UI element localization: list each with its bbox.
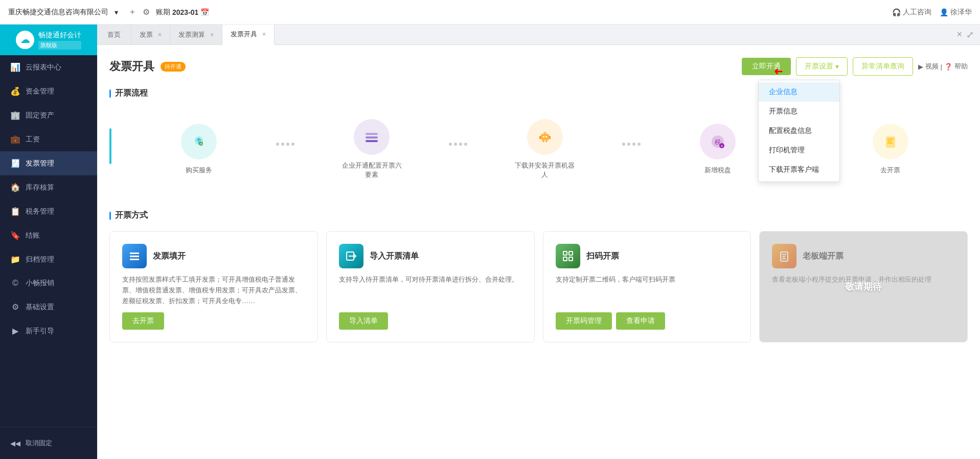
svg-rect-5	[366, 140, 378, 142]
inventory-icon: 🏠	[10, 182, 20, 192]
sidebar-bottom: ◀◀ 取消固定	[0, 427, 97, 459]
svg-rect-8	[545, 136, 547, 137]
dropdown-chevron-icon: ▾	[835, 62, 839, 71]
company-name[interactable]: 重庆畅捷交通信息咨询有限公司	[8, 8, 108, 17]
tab-invoice-tool[interactable]: 发票开具 ×	[222, 25, 275, 45]
tab-home[interactable]: 首页	[97, 25, 131, 44]
guide-icon: ▶	[10, 326, 20, 336]
workflow-left-bar	[109, 128, 111, 164]
status-badge: 待开通	[161, 62, 186, 72]
method-scan-header: 扫码开票	[556, 244, 739, 268]
logo-icon: ☁	[16, 31, 34, 49]
report-sales-icon: ©	[10, 279, 20, 288]
method-card-manual: 发票填开 支持按照发票样式手工填开发票；可开具增值税电子普通发票、增值税普通发票…	[109, 231, 318, 342]
svg-rect-19	[887, 139, 894, 140]
pin-icon: ◀◀	[10, 440, 20, 447]
sidebar-item-report-sales[interactable]: © 小畅报销	[0, 271, 97, 295]
calendar-icon[interactable]: 📅	[200, 8, 209, 16]
svg-rect-7	[543, 136, 544, 137]
methods-section-title: 开票方式	[109, 210, 968, 221]
svg-rect-3	[366, 133, 378, 135]
sidebar-item-guide[interactable]: ▶ 新手引导	[0, 319, 97, 343]
settings-icon[interactable]: ⚙	[143, 7, 150, 17]
methods-grid: 发票填开 支持按照发票样式手工填开发票；可开具增值税电子普通发票、增值税普通发票…	[109, 231, 968, 342]
sidebar-item-fund[interactable]: 💰 资金管理	[0, 79, 97, 103]
user-button[interactable]: 👤 徐泽华	[940, 8, 972, 17]
dropdown-item-printer-mgmt[interactable]: 打印机管理	[759, 141, 839, 160]
tab-close-all-icon[interactable]: ×	[956, 29, 962, 40]
svg-rect-22	[130, 253, 139, 254]
dropdown-item-company-info[interactable]: 企业信息	[759, 82, 839, 102]
sidebar-item-cloud-report[interactable]: 📊 云报表中心	[0, 55, 97, 79]
company-dropdown-icon[interactable]: ▾	[115, 8, 118, 16]
workflow-dots-3	[622, 143, 641, 146]
import-icon	[339, 244, 363, 268]
dropdown-item-tax-disk-config[interactable]: 配置税盘信息	[759, 121, 839, 141]
activate-button[interactable]: 立即开通	[742, 58, 791, 75]
svg-rect-10	[549, 136, 551, 139]
fixed-assets-icon: 🏢	[10, 110, 20, 120]
period-label: 账期 2023-01 📅	[156, 8, 209, 17]
service-button[interactable]: 🎧 人工咨询	[892, 8, 931, 17]
svg-rect-27	[569, 251, 573, 255]
configure-icon	[354, 119, 390, 155]
sidebar-item-payroll[interactable]: 💼 工资	[0, 127, 97, 151]
tab-bar-actions: × ⤢	[950, 25, 980, 44]
basic-settings-icon: ⚙	[10, 302, 20, 312]
dropdown-item-invoice-info[interactable]: 开票信息	[759, 102, 839, 121]
tab-close-invoice-tool[interactable]: ×	[262, 31, 266, 38]
svg-rect-26	[563, 251, 567, 255]
page-header: 发票开具 待开通 立即开通 开票设置 ▾ 异常清单查询 ▶ 视频 | ❓ 帮助	[109, 57, 968, 76]
add-icon[interactable]: ＋	[128, 7, 136, 17]
sidebar-item-settlement[interactable]: 🔖 结账	[0, 223, 97, 247]
tab-close-invoice-calc[interactable]: ×	[210, 31, 214, 38]
tab-fullscreen-icon[interactable]: ⤢	[966, 29, 974, 40]
workflow-dots-1	[276, 143, 294, 146]
tab-invoice[interactable]: 发票 ×	[131, 25, 170, 44]
svg-text:+: +	[200, 142, 202, 146]
tab-bar: 首页 发票 × 发票测算 × 发票开具 × × ⤢	[97, 25, 980, 45]
workflow-step-buy-service: + 购买服务	[122, 124, 276, 175]
sidebar-item-fixed-assets[interactable]: 🏢 固定资产	[0, 103, 97, 127]
page-title: 发票开具	[109, 59, 154, 74]
page-content: 发票开具 待开通 立即开通 开票设置 ▾ 异常清单查询 ▶ 视频 | ❓ 帮助	[97, 45, 980, 459]
tab-close-invoice[interactable]: ×	[158, 31, 162, 38]
btn-import-list[interactable]: 导入清单	[339, 312, 388, 330]
sidebar-menu: 📊 云报表中心 💰 资金管理 🏢 固定资产 💼 工资 🧾 发票管理 🏠	[0, 55, 97, 427]
top-bar: 重庆畅捷交通信息咨询有限公司 ▾ ＋ ⚙ 账期 2023-01 📅 🎧 人工咨询…	[0, 0, 980, 25]
settings-dropdown-menu: ➜ 企业信息 开票信息 配置税盘信息 打印机管理	[758, 80, 840, 182]
sidebar-item-archive[interactable]: 📁 归档管理	[0, 247, 97, 271]
add-tax-disk-icon: 税 +	[700, 124, 736, 159]
sidebar-item-inventory[interactable]: 🏠 库存核算	[0, 175, 97, 199]
svg-rect-11	[542, 140, 544, 142]
sidebar-item-tax[interactable]: 📋 税务管理	[0, 199, 97, 223]
scan-buttons: 开票码管理 查看申请	[556, 312, 739, 330]
headset-icon: 🎧	[892, 8, 901, 16]
help-circle-icon: ❓	[944, 63, 952, 71]
svg-text:+: +	[720, 144, 723, 149]
methods-section: 开票方式 发票填开	[109, 210, 968, 342]
tab-invoice-calc[interactable]: 发票测算 ×	[170, 25, 222, 44]
logo-area: ☁ 畅捷通好会计 旗舰版	[0, 25, 97, 55]
sidebar-item-basic-settings[interactable]: ⚙ 基础设置	[0, 295, 97, 319]
settings-dropdown-button[interactable]: 开票设置 ▾	[796, 57, 848, 76]
btn-go-invoice-manual[interactable]: 去开票	[122, 312, 164, 330]
archive-icon: 📁	[10, 255, 20, 264]
sidebar-unpin-button[interactable]: ◀◀ 取消固定	[10, 433, 87, 453]
workflow-step-configure: 企业开通配置开票六要素	[294, 119, 449, 179]
scan-icon	[556, 244, 580, 268]
tax-icon: 📋	[10, 206, 20, 216]
video-help-button[interactable]: ▶ 视频 | ❓ 帮助	[918, 62, 968, 71]
fund-icon: 💰	[10, 86, 20, 96]
settlement-icon: 🔖	[10, 231, 20, 240]
svg-rect-29	[569, 257, 573, 261]
disabled-text: 敬请期待	[845, 281, 882, 293]
method-card-import: 导入开票清单 支持导入待开票清单，可对待开票清单进行拆分、合并处理。 导入清单	[326, 231, 535, 342]
dropdown-item-download-client[interactable]: 下载开票客户端	[759, 160, 839, 179]
anomaly-button[interactable]: 异常清单查询	[853, 57, 913, 76]
user-avatar-icon: 👤	[940, 8, 948, 16]
btn-view-apply[interactable]: 查看申请	[616, 312, 665, 330]
btn-qrcode-mgmt[interactable]: 开票码管理	[556, 312, 612, 330]
method-card-scan: 扫码开票 支持定制开票二维码，客户端可扫码开票 开票码管理 查看申请	[543, 231, 751, 342]
sidebar-item-invoice[interactable]: 🧾 发票管理	[0, 151, 97, 175]
